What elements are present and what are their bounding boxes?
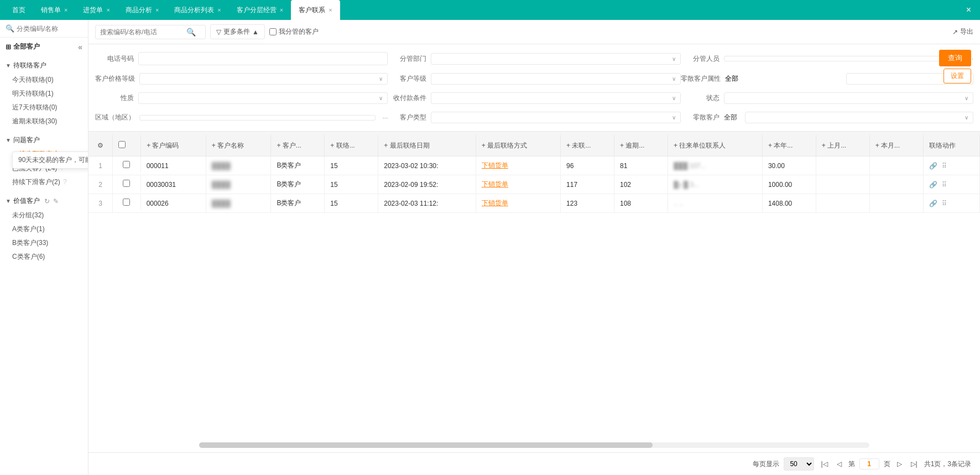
col-last-month-label: + 上月... <box>822 142 846 149</box>
row-method-link[interactable]: 下销货单 <box>482 180 508 188</box>
arrow-value: ▼ <box>6 198 11 204</box>
prev-page-btn[interactable]: ◁ <box>835 459 844 469</box>
gender-select[interactable]: ∨ <box>138 92 388 104</box>
row-name: ████ <box>206 194 271 213</box>
price-chevron: ∨ <box>379 76 383 82</box>
action-more-icon[interactable]: ⠿ <box>942 200 947 207</box>
row-method-link[interactable]: 下销货单 <box>482 199 508 207</box>
sidebar-declining[interactable]: 持续下滑客户(2) ? <box>0 175 88 189</box>
section-value-title[interactable]: ▼ 价值客户 ↻ ✎ <box>0 194 88 208</box>
page-input[interactable] <box>859 458 879 469</box>
my-customers-label: 我分管的客户 <box>279 27 319 36</box>
next-page-btn[interactable]: ▷ <box>895 459 904 469</box>
tab-home-label: 首页 <box>12 6 25 15</box>
sidebar-overdue-pending-label: 逾期未联络(30) <box>12 117 57 125</box>
person-select[interactable] <box>724 56 961 61</box>
settings-btn[interactable]: 设置 <box>943 69 971 83</box>
export-btn[interactable]: ↗ 导出 <box>952 27 973 36</box>
col-settings[interactable]: ⚙ <box>88 135 113 156</box>
price-level-select[interactable]: ∨ <box>139 73 388 85</box>
col-code: + 客户编码 <box>141 135 206 156</box>
action-link-icon[interactable]: 🔗 <box>929 162 937 170</box>
sidebar-week-pending[interactable]: 近7天待联络(0) <box>0 101 88 114</box>
select-all-checkbox[interactable] <box>118 141 126 148</box>
sidebar-search-input[interactable] <box>17 25 88 33</box>
filter-attr: 零散客户属性 全部 ∨ 设置 <box>681 71 973 87</box>
row-last-month <box>816 175 869 194</box>
tab-home[interactable]: 首页 <box>4 0 33 20</box>
close-all-tabs[interactable]: × <box>962 5 976 15</box>
section-pending-title[interactable]: ▼ 待联络客户 <box>0 58 88 73</box>
row-checkbox-cell <box>113 194 141 210</box>
tab-sales-close[interactable]: × <box>64 7 67 13</box>
attr-label: 零散客户属性 <box>681 74 721 83</box>
table-settings-icon[interactable]: ⚙ <box>94 139 107 152</box>
action-icons-wrap: 🔗 ⠿ <box>929 200 974 207</box>
cust-level-label: 客户等级 <box>388 74 426 83</box>
status-select[interactable]: ∨ <box>724 92 973 104</box>
row-num: 3 <box>88 194 113 213</box>
row-checkbox[interactable] <box>123 161 130 168</box>
sidebar-all-customers[interactable]: ⊞ 全部客户 « <box>0 38 88 56</box>
problem-tooltip: 90天未交易的客户，可能有流失风险。 <box>12 152 88 169</box>
type-select[interactable]: ∨ <box>431 112 680 123</box>
section-problem-title[interactable]: ▼ 问题客户 <box>0 133 88 148</box>
sidebar-tomorrow-pending[interactable]: 明天待联络(1) <box>0 87 88 101</box>
cust-level-select[interactable]: ∨ <box>431 73 680 85</box>
payment-select[interactable]: ∨ <box>431 92 680 104</box>
query-btn[interactable]: 查询 <box>939 50 971 66</box>
more-filters-btn[interactable]: ▽ 更多条件 ▲ <box>210 24 265 39</box>
col-last-method: + 最后联络方式 <box>476 135 560 156</box>
tab-analysis[interactable]: 商品分析 × <box>118 0 166 20</box>
page-end: 页 <box>884 460 890 469</box>
action-more-icon[interactable]: ⠿ <box>942 162 947 170</box>
row-uncontact: 123 <box>561 194 614 213</box>
sidebar-c-customers[interactable]: C类客户(6) <box>0 250 88 264</box>
tab-analysis-list-close[interactable]: × <box>217 7 221 13</box>
action-link-icon[interactable]: 🔗 <box>929 181 937 189</box>
phone-input[interactable] <box>138 52 388 65</box>
tab-purchase[interactable]: 进货单 × <box>75 0 117 20</box>
filter-payment: 收付款条件 ∨ <box>388 90 680 106</box>
first-page-btn[interactable]: |◁ <box>819 459 830 469</box>
sidebar-ungrouped[interactable]: 未分组(32) <box>0 208 88 222</box>
row-contact: 15 <box>325 194 378 213</box>
sidebar-today-pending[interactable]: 今天待联络(0) <box>0 73 88 87</box>
action-more-icon[interactable]: ⠿ <box>942 181 947 189</box>
dept-select[interactable]: ∨ <box>431 53 680 65</box>
status-chevron: ∨ <box>965 95 968 101</box>
main-search-btn[interactable]: 🔍 <box>186 28 196 36</box>
sidebar-a-customers[interactable]: A类客户(1) <box>0 222 88 236</box>
tab-sales[interactable]: 销售单 × <box>33 0 75 20</box>
horizontal-scrollbar[interactable] <box>199 442 869 448</box>
tab-analysis-close[interactable]: × <box>155 7 159 13</box>
edit-icon[interactable]: ✎ <box>53 197 59 205</box>
sidebar-b-customers[interactable]: B类客户(33) <box>0 236 88 250</box>
region-more[interactable]: ··· <box>382 114 388 122</box>
refresh-icon[interactable]: ↻ <box>44 197 50 205</box>
tab-analysis-list[interactable]: 商品分析列表 × <box>166 0 228 20</box>
sidebar-a-label: A类客户(1) <box>12 225 45 233</box>
tab-customer-layer-label: 客户分层经营 <box>237 6 277 15</box>
main-search-input[interactable] <box>100 28 183 36</box>
per-page-select[interactable]: 50 20 100 <box>784 457 814 471</box>
col-overdue-label: + 逾期... <box>620 142 644 149</box>
my-customers-checkbox[interactable] <box>269 28 277 35</box>
action-link-icon[interactable]: 🔗 <box>929 200 937 207</box>
collapse-icon[interactable]: « <box>78 43 82 51</box>
row-method-link[interactable]: 下销货单 <box>482 161 508 169</box>
last-page-btn[interactable]: ▷| <box>909 459 920 469</box>
tab-customer-contact[interactable]: 客户联系 × <box>291 0 340 20</box>
tab-customer-contact-close[interactable]: × <box>329 7 332 13</box>
retail-select[interactable]: ∨ <box>745 112 973 123</box>
sidebar-ungrouped-label: 未分组(32) <box>12 211 44 219</box>
tab-customer-layer-close[interactable]: × <box>280 7 283 13</box>
region-select[interactable] <box>139 115 376 121</box>
sidebar-overdue-pending[interactable]: 逾期未联络(30) <box>0 114 88 128</box>
tab-purchase-close[interactable]: × <box>106 7 110 13</box>
row-checkbox[interactable] <box>123 199 130 206</box>
col-last-date-label: + 最后联络日期 <box>384 142 429 149</box>
row-checkbox[interactable] <box>123 180 130 187</box>
section-pending-label: 待联络客户 <box>13 61 46 70</box>
tab-customer-layer[interactable]: 客户分层经营 × <box>229 0 291 20</box>
